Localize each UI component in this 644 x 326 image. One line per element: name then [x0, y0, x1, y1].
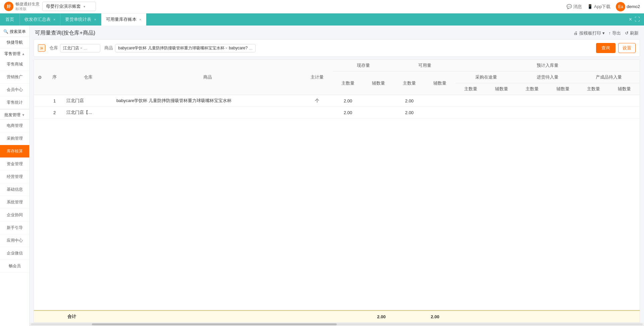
sidebar: 🔍 搜索菜单 快捷导航 零售管理 ▲ 零售商城 营销推广 会员中心 零售统计 [0, 26, 30, 326]
cell-avail-main-1: 2.00 [394, 107, 425, 119]
sidebar-marketing-label: 营销推广 [7, 74, 23, 80]
sidebar-guide-label: 新手引导 [7, 225, 23, 231]
tab-orders[interactable]: 要货单统计表 × [60, 13, 101, 26]
sidebar-retail-mgmt-label: 零售管理 [4, 51, 20, 57]
th-stock-aux: 辅数量 [363, 72, 394, 95]
sidebar-item-basic-info[interactable]: 基础信息 [0, 183, 29, 196]
sidebar-item-retail-stats[interactable]: 零售统计 [0, 96, 29, 109]
warehouse-tag-close-icon[interactable]: × [80, 46, 82, 50]
sidebar-item-retail-mall[interactable]: 零售商城 [0, 58, 29, 71]
cell-settings-1[interactable] [34, 107, 46, 119]
th-stock-main: 主数量 [333, 72, 364, 95]
horizontal-scrollbar[interactable] [30, 323, 644, 326]
sidebar-item-vip[interactable]: 畅会员 [0, 260, 29, 273]
tab-orders-close-icon[interactable]: × [94, 17, 96, 21]
retail-mgmt-arrow-icon: ▲ [22, 52, 25, 56]
main-content: 可用量查询(按仓库+商品) 🖨 按模板打印 ▾ ↑ 导出 ↺ 刷新 [30, 26, 644, 326]
sidebar-app-center-label: 应用中心 [7, 238, 23, 243]
sidebar-item-wholesale-mgmt[interactable]: 批发管理 ▼ [0, 109, 29, 119]
print-dropdown-icon: ▾ [602, 31, 605, 36]
cell-warehouse-0: 江北门店 [63, 95, 113, 107]
product-tag-1-close-icon[interactable]: × [225, 46, 227, 50]
sidebar-quick-nav[interactable]: 快捷导航 [0, 37, 29, 48]
print-template-button[interactable]: 🖨 按模板打印 ▾ [574, 30, 605, 36]
cell-pt-main-1 [455, 107, 486, 119]
fullscreen-button[interactable]: ⛶ [635, 16, 640, 22]
sidebar-item-purchase[interactable]: 采购管理 [0, 132, 29, 145]
cell-avail-main-0: 2.00 [394, 95, 425, 107]
th-available-group: 可用量 [394, 60, 455, 72]
layout: 🔍 搜索菜单 快捷导航 零售管理 ▲ 零售商城 营销推广 会员中心 零售统计 [0, 26, 644, 326]
message-label: 消息 [573, 4, 582, 10]
close-all-tabs-button[interactable]: × [629, 16, 632, 22]
sidebar-inventory-label: 库存核算 [7, 148, 23, 154]
tab-available-close-icon[interactable]: × [139, 17, 141, 21]
scrollbar-track [31, 323, 643, 325]
nav-actions: × ⛶ [625, 13, 644, 26]
sidebar-item-sys-mgmt[interactable]: 系统管理 [0, 196, 29, 209]
logo-icon: 好 [4, 2, 13, 11]
app-download-icon: 📱 [587, 4, 593, 9]
sidebar-item-guide[interactable]: 新手引导 [0, 222, 29, 234]
tab-available-label: 可用量库存账本 [106, 16, 137, 22]
search-icon: 🔍 [3, 29, 8, 34]
print-icon: 🖨 [574, 31, 578, 36]
sidebar-group-retail: 零售管理 ▲ 零售商城 营销推广 会员中心 零售统计 [0, 48, 29, 109]
sidebar-item-app-center[interactable]: 应用中心 [0, 234, 29, 247]
cell-ip-aux-0 [547, 95, 578, 107]
store-name: 母婴行业演示账套 [46, 3, 81, 9]
sidebar-item-finance[interactable]: 资金管理 [0, 158, 29, 171]
warehouse-ellipsis[interactable]: ... [84, 46, 87, 51]
sidebar-item-member[interactable]: 会员中心 [0, 84, 29, 96]
cell-settings-0[interactable] [34, 95, 46, 107]
warehouse-tag-label: 江北门店 [63, 45, 79, 51]
scrollbar-thumb[interactable] [92, 323, 337, 325]
query-button[interactable]: 查询 [596, 43, 615, 53]
product-filter-field: 商品 babycare学饮杯 儿童防摔防撞吸管杯重力球吸嘴杯宝宝水杯 × bab… [104, 44, 256, 52]
settings-button[interactable]: 设置 [618, 43, 636, 53]
sidebar-item-marketing[interactable]: 营销推广 [0, 71, 29, 84]
cell-stock-aux-0 [363, 95, 394, 107]
user-area[interactable]: Ea demo2 [616, 2, 640, 11]
th-settings[interactable]: ⚙ [34, 60, 46, 95]
tab-available[interactable]: 可用量库存账本 × [101, 13, 146, 26]
store-selector[interactable]: 母婴行业演示账套 ▾ [42, 2, 96, 11]
product-ellipsis[interactable]: ... [249, 46, 253, 51]
sidebar-item-ecommerce[interactable]: 电商管理 [0, 120, 29, 132]
warehouse-filter-tags[interactable]: 江北门店 × ... [60, 44, 100, 52]
logo-sub: 标准版 [15, 6, 40, 11]
th-current-stock-group: 现存量 [333, 60, 394, 72]
table-row: 1 江北门店 babycare学饮杯 儿童防摔防撞吸管杯重力球吸嘴杯宝宝水杯 个… [34, 95, 640, 107]
tab-receipts-label: 收发存汇总表 [24, 16, 51, 22]
tab-receipts[interactable]: 收发存汇总表 × [20, 13, 60, 26]
page-title: 可用量查询(按仓库+商品) [35, 30, 95, 37]
refresh-icon: ↺ [625, 31, 629, 36]
app-download-button[interactable]: 📱 App下载 [587, 4, 610, 10]
expand-button[interactable]: » [38, 44, 45, 52]
product-filter-tags[interactable]: babycare学饮杯 儿童防摔防撞吸管杯重力球吸嘴杯宝宝水杯 × babyca… [115, 44, 256, 52]
filter-bar: » 仓库 江北门店 × ... 商品 babycare学饮杯 儿童防摔防撞吸管杯… [34, 39, 640, 57]
logo-text-area: 畅捷通好生意 标准版 [15, 2, 40, 11]
sidebar-item-wechat-work[interactable]: 企业微信 [0, 247, 29, 260]
filter-actions: 查询 设置 [596, 43, 636, 53]
logo-area: 好 畅捷通好生意 标准版 [4, 2, 40, 11]
sidebar-item-inventory[interactable]: 库存核算 [0, 145, 29, 158]
sidebar-item-operations[interactable]: 经营管理 [0, 171, 29, 183]
refresh-button[interactable]: ↺ 刷新 [625, 30, 639, 36]
export-button[interactable]: ↑ 导出 [609, 30, 621, 36]
sidebar-wholesale-mgmt-label: 批发管理 [4, 112, 20, 118]
message-button[interactable]: 💬 消息 [567, 4, 582, 10]
tab-home[interactable]: 首页 [0, 13, 20, 26]
sidebar-item-enterprise[interactable]: 企业协同 [0, 209, 29, 222]
cell-ip-main-0 [517, 95, 548, 107]
th-main-unit: 主计量 [302, 60, 333, 95]
sidebar-search[interactable]: 🔍 搜索菜单 [0, 26, 29, 37]
th-warehouse: 仓库 [63, 60, 113, 95]
cell-unit-1 [302, 107, 333, 119]
table-container: ⚙ 序 仓库 商品 主计量 现存量 可用量 预计入库量 主数量 辅数量 主数量 … [34, 59, 640, 310]
tab-receipts-close-icon[interactable]: × [53, 17, 55, 21]
sidebar-quick-nav-label: 快捷导航 [7, 40, 23, 45]
message-icon: 💬 [567, 4, 572, 9]
cell-pp-main-0 [578, 95, 609, 107]
sidebar-item-retail-mgmt[interactable]: 零售管理 ▲ [0, 48, 29, 58]
